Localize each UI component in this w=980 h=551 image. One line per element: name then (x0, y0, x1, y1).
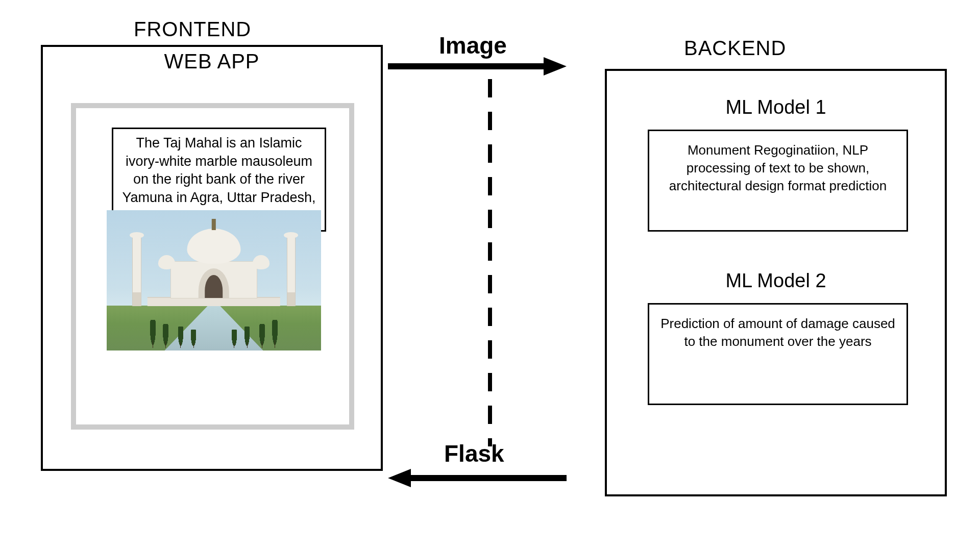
ml-model-2-desc: Prediction of amount of damage caused to… (648, 303, 908, 405)
flow-label-image: Image (439, 32, 507, 59)
dashed-divider (485, 79, 495, 446)
diagram-canvas: { "frontend": { "label": "FRONTEND", "we… (0, 0, 980, 551)
ml-model-1-desc: Monument Regoginatiion, NLP processing o… (648, 130, 908, 232)
arrow-to-frontend-icon (388, 468, 567, 488)
webapp-frame: The Taj Mahal is an Islamic ivory-white … (71, 103, 354, 430)
flow-label-flask: Flask (444, 440, 504, 467)
svg-marker-1 (544, 57, 567, 76)
backend-box: ML Model 1 Monument Regoginatiion, NLP p… (605, 69, 947, 496)
frontend-label: FRONTEND (134, 18, 251, 41)
ml-model-1-title: ML Model 1 (725, 96, 826, 118)
backend-label: BACKEND (684, 37, 786, 60)
ml-model-2-title: ML Model 2 (725, 270, 826, 292)
webapp-label: WEB APP (164, 50, 259, 73)
monument-image (107, 210, 321, 350)
svg-marker-4 (388, 469, 411, 487)
arrow-to-backend-icon (388, 56, 567, 77)
frontend-box: WEB APP The Taj Mahal is an Islamic ivor… (41, 45, 383, 471)
